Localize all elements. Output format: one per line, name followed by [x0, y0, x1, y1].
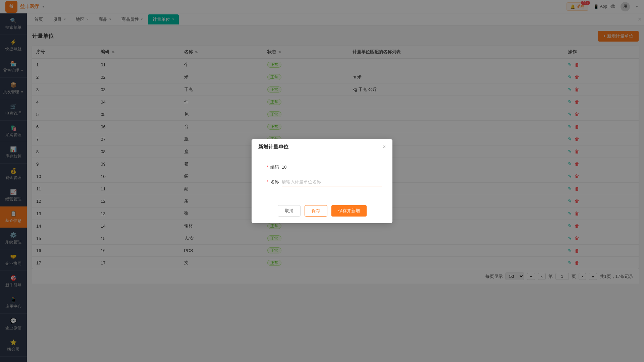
name-label: 名称	[270, 179, 279, 184]
code-input[interactable]	[282, 163, 382, 171]
modal-body: * 编码 * 名称	[252, 155, 392, 201]
cancel-button[interactable]: 取消	[278, 205, 301, 217]
form-row-code: * 编码	[262, 163, 382, 171]
modal-title: 新增计量单位	[258, 144, 288, 150]
name-required-star: * 名称	[262, 179, 279, 185]
modal-footer: 取消 保存 保存并新增	[252, 201, 392, 223]
code-required-star: * 编码	[262, 164, 279, 170]
name-input[interactable]	[282, 178, 382, 186]
save-new-button[interactable]: 保存并新增	[331, 205, 367, 217]
modal-close-button[interactable]: ×	[383, 144, 386, 150]
modal-header: 新增计量单位 ×	[252, 139, 392, 155]
save-button[interactable]: 保存	[305, 205, 327, 217]
add-measure-unit-modal: 新增计量单位 × * 编码 * 名称 取消 保存 保存并新增	[252, 139, 392, 223]
code-label: 编码	[270, 165, 279, 170]
modal-overlay: 新增计量单位 × * 编码 * 名称 取消 保存 保存并新增	[0, 0, 644, 362]
form-row-name: * 名称	[262, 178, 382, 186]
